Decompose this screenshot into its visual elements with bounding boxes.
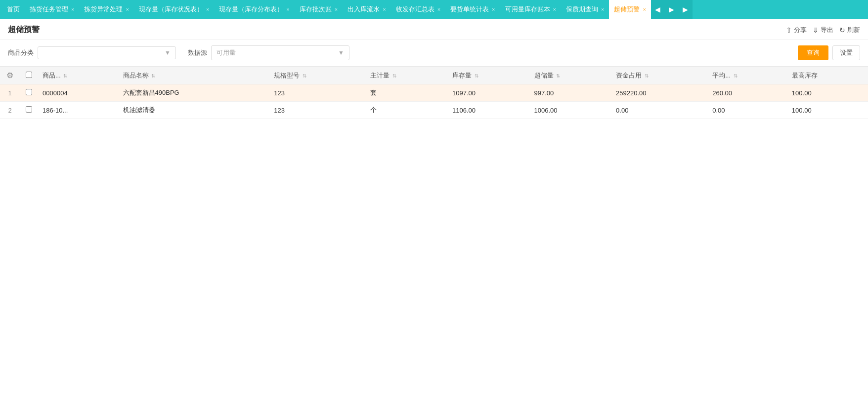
nav-jihuo-exc[interactable]: 拣货异常处理 ×: [79, 0, 133, 19]
col-max-stock[interactable]: 最高库存: [787, 67, 868, 84]
col-spec[interactable]: 规格型号 ⇅: [269, 67, 365, 84]
filter-actions: 查询 设置: [798, 45, 860, 60]
close-icon[interactable]: ×: [286, 6, 289, 12]
refresh-button[interactable]: ↻ 刷新: [839, 26, 860, 35]
export-button[interactable]: ⇓ 导出: [813, 26, 833, 35]
row-checkbox-cell[interactable]: [20, 102, 38, 119]
col-product-code[interactable]: 商品... ⇅: [38, 67, 118, 84]
capital: 0.00: [611, 102, 707, 119]
sort-icon: ⇅: [734, 73, 738, 79]
top-nav: 首页 拣货任务管理 × 拣货异常处理 × 现存量（库存状况表） × 现存量（库存…: [0, 0, 868, 19]
max-stock: 100.00: [787, 102, 868, 119]
col-product-name[interactable]: 商品名称 ⇅: [118, 67, 269, 84]
nav-home[interactable]: 首页: [2, 0, 25, 19]
product-category-label: 商品分类: [8, 48, 34, 57]
page-title: 超储预警: [8, 25, 40, 35]
query-button[interactable]: 查询: [798, 45, 828, 60]
settings-button[interactable]: 设置: [832, 45, 860, 60]
nav-overflow[interactable]: 超储预警 ×: [609, 0, 651, 19]
col-checkbox[interactable]: [20, 67, 38, 84]
sort-icon: ⇅: [303, 73, 306, 79]
chevron-down-icon: ▼: [165, 49, 171, 56]
close-icon[interactable]: ×: [71, 6, 74, 12]
overflow-qty: 1006.00: [529, 102, 611, 119]
table-body: 1 0000004 六配套新昌490BPG 123 套 1097.00 997.…: [0, 84, 868, 119]
filter-product-category: 商品分类 ▼: [8, 46, 176, 59]
col-unit[interactable]: 主计量 ⇅: [365, 67, 447, 84]
filter-bar: 商品分类 ▼ 数据源 可用量 ▼ 查询 设置: [0, 40, 868, 66]
datasource-value: 可用量: [217, 48, 236, 57]
max-stock: 100.00: [787, 84, 868, 102]
col-settings[interactable]: ⚙: [0, 67, 20, 84]
nav-prev-arrow[interactable]: ◀: [651, 0, 665, 19]
row-checkbox[interactable]: [26, 106, 32, 113]
close-icon[interactable]: ×: [601, 6, 604, 12]
product-code: 186-10...: [38, 102, 118, 119]
datasource-select[interactable]: 可用量 ▼: [211, 45, 349, 60]
col-stock[interactable]: 库存量 ⇅: [447, 67, 529, 84]
sort-icon: ⇅: [392, 73, 396, 79]
nav-shoufasum[interactable]: 收发存汇总表 ×: [391, 0, 445, 19]
close-icon[interactable]: ×: [492, 6, 495, 12]
avg: 0.00: [707, 102, 787, 119]
product-category-select[interactable]: ▼: [38, 46, 176, 59]
data-table: ⚙ 商品... ⇅ 商品名称 ⇅ 规格型号 ⇅: [0, 66, 868, 119]
header-actions: ⇧ 分享 ⇓ 导出 ↻ 刷新: [786, 26, 860, 35]
select-all-checkbox[interactable]: [26, 72, 32, 78]
col-capital[interactable]: 资金占用 ⇅: [611, 67, 707, 84]
close-icon[interactable]: ×: [126, 6, 129, 12]
chevron-down-icon: ▼: [338, 49, 344, 56]
capital: 259220.00: [611, 84, 707, 102]
table-container: ⚙ 商品... ⇅ 商品名称 ⇅ 规格型号 ⇅: [0, 66, 868, 119]
share-icon: ⇧: [786, 26, 792, 34]
nav-inventory-status[interactable]: 现存量（库存状况表） ×: [134, 0, 214, 19]
page-container: 超储预警 ⇧ 分享 ⇓ 导出 ↻ 刷新 商品分类 ▼ 数据源: [0, 19, 868, 395]
datasource-label: 数据源: [188, 48, 207, 57]
sort-icon: ⇅: [556, 73, 560, 79]
close-icon[interactable]: ×: [206, 6, 209, 12]
row-checkbox-cell[interactable]: [20, 84, 38, 102]
nav-inout[interactable]: 出入库流水 ×: [343, 0, 391, 19]
refresh-icon: ↻: [839, 26, 845, 34]
stock: 1097.00: [447, 84, 529, 102]
product-name: 六配套新昌490BPG: [118, 84, 269, 102]
filter-datasource: 数据源 可用量 ▼: [188, 45, 349, 60]
nav-expand-arrow[interactable]: ▶: [679, 0, 693, 19]
table-row: 2 186-10... 机油滤清器 123 个 1106.00 1006.00 …: [0, 102, 868, 119]
nav-batch[interactable]: 库存批次账 ×: [295, 0, 343, 19]
nav-next-arrow[interactable]: ▶: [665, 0, 679, 19]
close-icon[interactable]: ×: [553, 6, 556, 12]
page-header: 超储预警 ⇧ 分享 ⇓ 导出 ↻ 刷新: [0, 19, 868, 40]
avg: 260.00: [707, 84, 787, 102]
nav-avail-account[interactable]: 可用量库存账本 ×: [500, 0, 561, 19]
nav-order-stat[interactable]: 要货单统计表 ×: [445, 0, 500, 19]
stock: 1106.00: [447, 102, 529, 119]
sort-icon: ⇅: [645, 73, 649, 79]
product-name: 机油滤清器: [118, 102, 269, 119]
nav-quality[interactable]: 保质期查询 ×: [561, 0, 609, 19]
close-icon[interactable]: ×: [335, 6, 338, 12]
sort-icon: ⇅: [151, 73, 155, 79]
sort-icon: ⇅: [475, 73, 478, 79]
nav-jihuo[interactable]: 拣货任务管理 ×: [25, 0, 79, 19]
close-icon[interactable]: ×: [383, 6, 386, 12]
table-row: 1 0000004 六配套新昌490BPG 123 套 1097.00 997.…: [0, 84, 868, 102]
row-num: 2: [0, 102, 20, 119]
table-header-row: ⚙ 商品... ⇅ 商品名称 ⇅ 规格型号 ⇅: [0, 67, 868, 84]
spec: 123: [269, 102, 365, 119]
row-checkbox[interactable]: [26, 89, 32, 95]
export-icon: ⇓: [813, 26, 819, 34]
sort-icon: ⇅: [63, 73, 67, 79]
unit: 套: [365, 84, 447, 102]
nav-inventory-dist[interactable]: 现存量（库存分布表） ×: [214, 0, 294, 19]
row-num: 1: [0, 84, 20, 102]
col-overflow[interactable]: 超储量 ⇅: [529, 67, 611, 84]
unit: 个: [365, 102, 447, 119]
close-icon[interactable]: ×: [643, 6, 646, 12]
spec: 123: [269, 84, 365, 102]
gear-icon: ⚙: [6, 71, 13, 79]
overflow-qty: 997.00: [529, 84, 611, 102]
share-button[interactable]: ⇧ 分享: [786, 26, 807, 35]
close-icon[interactable]: ×: [437, 6, 440, 12]
col-avg[interactable]: 平均... ⇅: [707, 67, 787, 84]
